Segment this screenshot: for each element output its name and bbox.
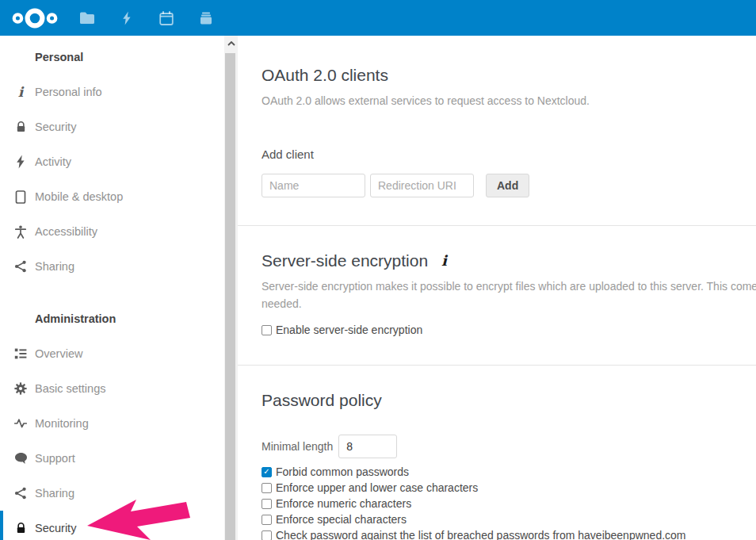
checkbox-row-forbid-common-passwords[interactable]: ✓Forbid common passwords (262, 464, 756, 480)
sidebar-item-sharing[interactable]: Sharing (0, 476, 238, 511)
sidebar-item-label: Overview (35, 347, 82, 360)
sidebar-item-label: Sharing (35, 260, 74, 273)
section-header-administration: Administration (0, 301, 238, 336)
sidebar-item-overview[interactable]: Overview (0, 336, 238, 371)
sidebar-item-basic-settings[interactable]: Basic settings (0, 371, 238, 406)
section-header-personal: Personal (0, 40, 238, 75)
checkbox-label: Check password against the list of breac… (276, 529, 686, 540)
enable-encryption-label: Enable server-side encryption (276, 324, 422, 336)
sidebar-item-activity[interactable]: Activity (0, 144, 238, 179)
section-divider (238, 365, 756, 366)
list-icon (13, 346, 29, 362)
sidebar-item-security[interactable]: Security (0, 109, 238, 144)
checkbox-label: Forbid common passwords (276, 465, 409, 478)
enable-encryption-checkbox[interactable] (262, 325, 272, 335)
nextcloud-logo-icon (10, 6, 59, 30)
oauth-section-title: OAuth 2.0 clients (262, 64, 756, 86)
app-calendar-button[interactable] (147, 0, 186, 36)
password-policy-checkbox-list: ✓Forbid common passwordsEnforce upper an… (262, 464, 756, 540)
add-client-label: Add client (262, 147, 756, 163)
sidebar-item-label: Sharing (35, 487, 74, 500)
scroll-up-button[interactable] (224, 36, 238, 52)
client-name-input[interactable] (262, 174, 365, 197)
pulse-icon (13, 416, 29, 431)
minimal-length-input[interactable] (338, 435, 397, 458)
checkbox-row-enforce-numeric-characters[interactable]: Enforce numeric characters (262, 496, 756, 511)
sidebar-item-mobile-desktop[interactable]: Mobile & desktop (0, 179, 238, 214)
settings-sidebar-nav: PersonaliPersonal infoSecurityActivityMo… (0, 40, 238, 540)
sidebar-item-support[interactable]: Support (0, 441, 238, 476)
share-icon (13, 485, 29, 501)
calendar-icon (158, 10, 175, 27)
sidebar-scrollbar[interactable] (224, 36, 238, 540)
checkbox-unchecked[interactable] (262, 530, 272, 540)
deck-icon (197, 10, 215, 27)
chevron-up-icon (227, 41, 235, 46)
top-header (0, 0, 756, 36)
oauth-description: OAuth 2.0 allows external services to re… (262, 93, 756, 109)
info-icon[interactable]: i (441, 250, 447, 272)
phone-icon (13, 189, 29, 205)
checkbox-label: Enforce numeric characters (276, 497, 411, 510)
checkbox-row-enforce-special-characters[interactable]: Enforce special characters (262, 511, 756, 527)
app-deck-button[interactable] (186, 0, 226, 36)
password-policy-section: Password policy Minimal length ✓Forbid c… (262, 389, 756, 540)
header-apps (67, 0, 226, 36)
lock-icon (13, 520, 29, 536)
scrollbar-thumb[interactable] (225, 53, 235, 540)
sidebar-item-monitoring[interactable]: Monitoring (0, 406, 238, 441)
checkbox-label: Enforce special characters (276, 513, 407, 526)
sidebar-item-label: Mobile & desktop (35, 190, 123, 203)
enable-encryption-checkbox-row[interactable]: Enable server-side encryption (262, 323, 756, 337)
gear-icon (13, 381, 29, 396)
sidebar-item-label: Personal info (35, 86, 102, 98)
sidebar-item-label: Security (35, 522, 76, 534)
oauth-section: OAuth 2.0 clients OAuth 2.0 allows exter… (262, 64, 756, 197)
encryption-section-title: Server-side encryption i (262, 250, 756, 272)
sidebar-item-accessibility[interactable]: Accessibility (0, 214, 238, 249)
checkbox-unchecked[interactable] (262, 515, 272, 525)
checkbox-unchecked[interactable] (262, 483, 272, 493)
app-lightning-button[interactable] (107, 0, 147, 36)
encryption-description: Server-side encryption makes it possible… (262, 278, 756, 312)
lightning-icon (118, 10, 136, 27)
app-folder-button[interactable] (67, 0, 107, 36)
redirect-uri-input[interactable] (370, 174, 474, 197)
sidebar-item-personal-info[interactable]: iPersonal info (0, 75, 238, 109)
sidebar-item-label: Basic settings (35, 382, 105, 395)
sidebar-item-label: Monitoring (35, 417, 89, 430)
checkbox-row-check-password-against-the-list-of-breached-passwords-from-haveibeenpwned-com[interactable]: Check password against the list of breac… (262, 527, 756, 540)
password-policy-title: Password policy (262, 389, 756, 412)
lightning-icon (13, 154, 29, 170)
settings-content: OAuth 2.0 clients OAuth 2.0 allows exter… (238, 36, 756, 540)
settings-sidebar: PersonaliPersonal infoSecurityActivityMo… (0, 36, 238, 540)
lock-icon (13, 119, 29, 135)
sidebar-item-security[interactable]: Security (0, 511, 238, 540)
checkbox-label: Enforce upper and lower case characters (276, 481, 478, 494)
sidebar-item-label: Support (35, 452, 75, 465)
add-client-button[interactable]: Add (486, 174, 529, 197)
checkbox-unchecked[interactable] (262, 499, 272, 509)
accessibility-icon (13, 224, 29, 239)
minimal-length-label: Minimal length (262, 440, 333, 453)
checkbox-checked[interactable]: ✓ (262, 467, 272, 477)
share-icon (13, 259, 29, 274)
checkbox-row-enforce-upper-and-lower-case-characters[interactable]: Enforce upper and lower case characters (262, 480, 756, 496)
sidebar-item-label: Activity (35, 155, 71, 168)
info-icon: i (13, 84, 29, 100)
chat-icon (13, 450, 29, 466)
folder-icon (78, 10, 96, 27)
sidebar-item-label: Security (35, 121, 76, 133)
nextcloud-logo[interactable] (10, 6, 59, 30)
section-divider (238, 225, 756, 226)
sidebar-item-sharing[interactable]: Sharing (0, 249, 238, 284)
encryption-section: Server-side encryption i Server-side enc… (262, 250, 756, 337)
sidebar-item-label: Accessibility (35, 225, 97, 238)
